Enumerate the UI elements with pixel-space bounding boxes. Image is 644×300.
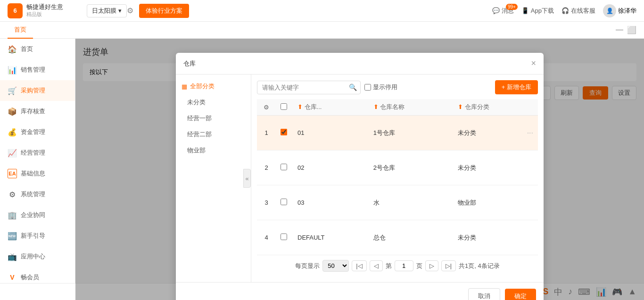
app-download-label: App下载 [531,7,554,15]
sidebar-label-system: 系统管理 [21,190,45,199]
col-settings: ⚙ [257,99,276,116]
sidebar-item-purchase[interactable]: 🛒 采购管理 [0,80,75,101]
row-name: 总仓 [369,220,454,255]
sidebar-label-guide: 新手引导 [21,232,45,240]
confirm-button[interactable]: 确定 [505,289,536,300]
window-maximize-icon[interactable]: ⬜ [627,25,636,34]
sidebar-label-operations: 经营管理 [21,149,45,157]
sidebar-item-home[interactable]: 🏠 首页 [0,39,75,59]
window-minimize-icon[interactable]: — [616,25,623,34]
sidebar-item-enterprise[interactable]: 🏢 企业协同 [0,205,75,225]
row-category: 未分类 ··· [453,116,538,150]
page-input[interactable] [395,260,413,271]
store-selector[interactable]: 日太阳膜 ▾ [87,4,127,17]
last-page-button[interactable]: ▷| [441,260,456,271]
dropdown-arrow-icon: ▾ [118,7,122,14]
row-number: 1 [257,116,276,150]
category-item-unclassified[interactable]: 未分类 [176,94,251,110]
search-input[interactable] [257,81,361,94]
col-cat-sort-icon: ⬆ [458,103,463,110]
app-download-item[interactable]: 📱 App下载 [521,7,554,15]
store-name: 日太阳膜 [92,7,116,15]
dialog-close-button[interactable]: × [531,58,536,68]
col-name: ⬆ 仓库名称 [369,99,454,116]
dialog-title: 仓库 [183,59,196,68]
search-box: 🔍 [257,81,361,94]
per-page-label: 每页显示 [295,262,320,270]
header-right: 💬 消息 99+ 📱 App下载 🎧 在线客服 👤 徐泽华 [492,4,636,17]
row-name: 2号仓库 [369,150,454,185]
logo-icon: 6 [8,3,23,18]
row-checkbox[interactable] [281,164,287,170]
sidebar-item-basic[interactable]: EA 基础信息 [0,163,75,184]
sidebar-item-finance[interactable]: 💰 资金管理 [0,122,75,142]
category-item-ops2[interactable]: 经营二部 [176,126,251,142]
sidebar-label-apps: 应用中心 [21,252,45,261]
sidebar-item-sales[interactable]: 📊 销售管理 [0,59,75,80]
sidebar-label-purchase: 采购管理 [21,86,45,95]
table-row[interactable]: 1 01 1号仓库 未分类 ··· [257,116,538,150]
guide-icon: 🆕 [8,231,17,241]
user-avatar-area[interactable]: 👤 徐泽华 [603,4,636,17]
show-disabled-label[interactable]: 显示停用 [364,83,397,92]
category-all-label: 全部分类 [190,82,215,91]
dialog-body: ▦ 全部分类 未分类 经营一部 经营二部 物业部 « 🔍 [176,75,544,282]
row-checkbox[interactable] [281,233,287,240]
sidebar-item-apps[interactable]: 📺 应用中心 [0,246,75,267]
nav-tab-home[interactable]: 首页 [8,22,33,39]
next-page-button[interactable]: ▷ [425,260,438,271]
row-actions-icon[interactable]: ··· [527,129,533,137]
basic-icon: EA [8,169,17,178]
logo-area: 6 畅捷通好生意 精品版 [8,3,83,18]
sidebar-item-system[interactable]: ⚙ 系统管理 [0,184,75,205]
new-warehouse-button[interactable]: + 新增仓库 [495,80,538,94]
sidebar-label-basic: 基础信息 [21,169,45,178]
settings-icon[interactable]: ⚙ [127,6,133,15]
category-all[interactable]: ▦ 全部分类 [176,78,251,94]
category-panel: ▦ 全部分类 未分类 经营一部 经营二部 物业部 « [176,75,251,282]
per-page-select[interactable]: 50 10 20 100 [322,260,349,272]
member-icon: V [8,273,17,282]
row-name: 水 [369,185,454,220]
prev-page-button[interactable]: ◁ [370,260,383,271]
online-service-item[interactable]: 🎧 在线客服 [561,7,595,15]
col-code: ⬆ 仓库... [293,99,369,116]
table-row[interactable]: 4 DEFAULT 总仓 未分类 [257,220,538,255]
first-page-button[interactable]: |◁ [352,260,366,271]
category-collapse-button[interactable]: « [243,169,251,188]
messages-item[interactable]: 💬 消息 99+ [492,7,514,15]
col-gear-icon: ⚙ [264,104,269,111]
show-disabled-checkbox[interactable] [364,84,371,91]
grid-icon: ▦ [182,83,187,90]
table-row[interactable]: 3 03 水 物业部 [257,185,538,220]
sidebar-label-member: 畅会员 [21,273,39,282]
category-item-property[interactable]: 物业部 [176,142,251,158]
dialog-footer: 取消 确定 [176,282,544,300]
table-header: ⚙ ⬆ 仓库... ⬆ 仓库名称 [257,99,538,116]
toolbar: 🔍 显示停用 + 新增仓库 [257,80,538,94]
sidebar-label-finance: 资金管理 [21,128,45,136]
row-name: 1号仓库 [369,116,454,150]
row-code: 02 [293,150,369,185]
finance-icon: 💰 [8,127,17,137]
sidebar-item-operations[interactable]: 📈 经营管理 [0,142,75,163]
system-icon: ⚙ [8,190,17,199]
row-checkbox[interactable] [281,199,287,205]
select-all-checkbox[interactable] [281,103,287,110]
trial-button[interactable]: 体验行业方案 [139,4,189,18]
operations-icon: 📈 [8,148,17,158]
cancel-button[interactable]: 取消 [468,288,500,300]
search-icon[interactable]: 🔍 [349,83,357,91]
row-checkbox[interactable] [281,129,287,135]
page-suffix: 页 [416,262,422,270]
message-icon: 💬 [492,7,500,14]
home-icon: 🏠 [8,44,17,54]
sidebar-item-inventory[interactable]: 📦 库存核查 [0,101,75,122]
messages-badge: 99+ [506,4,518,10]
table-row[interactable]: 2 02 2号仓库 未分类 [257,150,538,185]
online-service-label: 在线客服 [571,7,595,15]
sales-icon: 📊 [8,65,17,75]
sidebar-item-guide[interactable]: 🆕 新手引导 [0,225,75,246]
row-code: 03 [293,185,369,220]
category-item-ops1[interactable]: 经营一部 [176,110,251,126]
